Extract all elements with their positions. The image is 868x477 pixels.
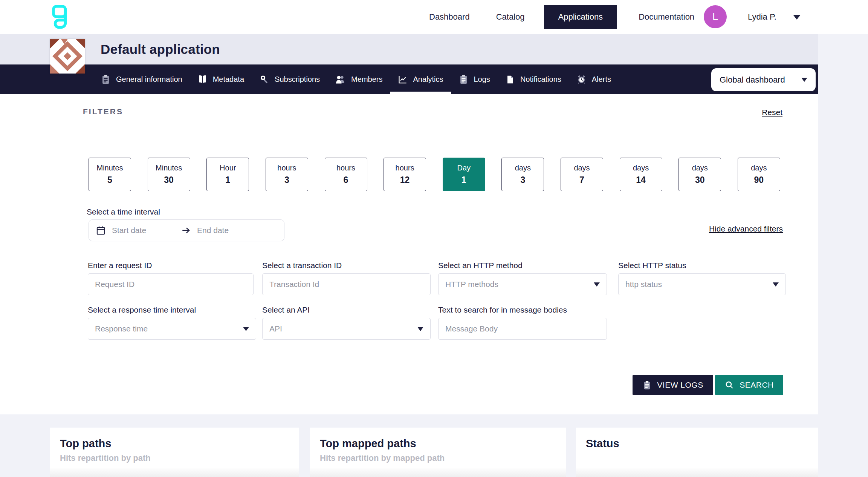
nav-dashboard[interactable]: Dashboard xyxy=(422,12,477,22)
request-id-field: Enter a request ID xyxy=(88,261,254,295)
tab-label: Logs xyxy=(474,75,490,84)
clipboard-icon xyxy=(101,74,111,84)
chevron-down-icon xyxy=(243,327,249,331)
transaction-id-input[interactable] xyxy=(262,273,431,295)
key-icon xyxy=(259,74,269,84)
page-title: Default application xyxy=(101,42,220,57)
nav-documentation[interactable]: Documentation xyxy=(632,12,701,22)
time-button-day-1[interactable]: Day1 xyxy=(443,158,485,191)
card-title: Top paths xyxy=(60,437,289,450)
tab-label: Analytics xyxy=(413,75,443,84)
application-analytics-page: Dashboard Catalog Applications Documenta… xyxy=(0,0,868,477)
tab-metadata[interactable]: Metadata xyxy=(190,64,252,94)
people-icon xyxy=(335,74,346,85)
http-status-label: Select HTTP status xyxy=(618,261,786,270)
time-button-hours-3[interactable]: hours3 xyxy=(266,158,308,191)
request-id-label: Enter a request ID xyxy=(88,261,254,270)
tab-label: Metadata xyxy=(213,75,244,84)
user-avatar[interactable]: L xyxy=(704,5,727,28)
message-body-input[interactable] xyxy=(438,318,607,340)
tab-label: Notifications xyxy=(520,75,561,84)
time-button-days-14[interactable]: days14 xyxy=(620,158,662,191)
http-method-select[interactable]: HTTP methods xyxy=(438,273,607,295)
response-time-select[interactable]: Response time xyxy=(88,318,256,340)
time-button-minutes-30[interactable]: Minutes30 xyxy=(148,158,190,191)
book-icon xyxy=(197,74,208,84)
http-status-select[interactable]: http status xyxy=(618,273,786,295)
dashboard-select-value: Global dashboard xyxy=(720,75,785,85)
alarm-clock-icon xyxy=(576,74,587,84)
clipboard-icon xyxy=(458,74,469,84)
nav-catalog[interactable]: Catalog xyxy=(489,12,532,22)
time-range-buttons: Minutes5 Minutes30 Hour1 hours3 hours6 h… xyxy=(89,158,780,191)
start-date-placeholder[interactable]: Start date xyxy=(112,226,175,235)
transaction-id-label: Select a transaction ID xyxy=(262,261,431,270)
tab-label: Members xyxy=(351,75,382,84)
filters-panel: FILTERS Reset Minutes5 Minutes30 Hour1 h… xyxy=(0,94,818,414)
top-mapped-paths-card: Top mapped paths Hits repartition by map… xyxy=(310,428,566,477)
tab-notifications[interactable]: Notifications xyxy=(498,64,569,94)
filters-heading: FILTERS xyxy=(83,107,123,116)
time-button-minutes-5[interactable]: Minutes5 xyxy=(89,158,131,191)
primary-nav: Dashboard Catalog Applications Documenta… xyxy=(422,0,714,34)
chevron-down-icon xyxy=(801,78,807,82)
search-button[interactable]: SEARCH xyxy=(715,375,783,395)
nav-applications[interactable]: Applications xyxy=(544,5,617,29)
file-icon xyxy=(505,75,515,84)
time-button-hours-6[interactable]: hours6 xyxy=(325,158,367,191)
transaction-id-field: Select a transaction ID xyxy=(262,261,431,295)
http-method-field: Select an HTTP method HTTP methods xyxy=(438,261,607,295)
application-icon xyxy=(50,39,85,74)
divider xyxy=(688,0,688,34)
api-field: Select an API API xyxy=(262,305,431,340)
card-subtitle: Hits repartition by mapped path xyxy=(320,453,556,463)
api-label: Select an API xyxy=(262,305,431,314)
view-logs-button[interactable]: VIEW LOGS xyxy=(633,375,713,395)
dashboard-cards: Top paths Hits repartition by path Top m… xyxy=(0,428,868,477)
request-id-input[interactable] xyxy=(88,273,254,295)
tab-label: General information xyxy=(116,75,182,84)
search-label: SEARCH xyxy=(740,380,774,390)
chart-line-icon xyxy=(397,74,408,84)
tab-logs[interactable]: Logs xyxy=(451,64,498,94)
message-body-field: Text to search for in message bodies xyxy=(438,305,607,340)
api-select[interactable]: API xyxy=(262,318,431,340)
time-button-days-30[interactable]: days30 xyxy=(679,158,721,191)
status-card: Status xyxy=(576,428,818,477)
time-button-hours-12[interactable]: hours12 xyxy=(384,158,426,191)
card-title: Status xyxy=(586,437,808,450)
application-tabs: General information Metadata Subscript xyxy=(0,64,818,94)
top-paths-card: Top paths Hits repartition by path xyxy=(50,428,299,477)
gravitee-logo-icon[interactable] xyxy=(51,4,74,30)
divider xyxy=(320,469,556,469)
hide-advanced-filters-link[interactable]: Hide advanced filters xyxy=(709,224,783,233)
calendar-icon xyxy=(96,225,106,236)
chevron-down-icon xyxy=(417,327,423,331)
application-header: Default application xyxy=(0,34,818,64)
tab-subscriptions[interactable]: Subscriptions xyxy=(252,64,327,94)
time-button-hour-1[interactable]: Hour1 xyxy=(206,158,249,191)
tab-alerts[interactable]: Alerts xyxy=(569,64,619,94)
clipboard-icon xyxy=(642,380,652,390)
card-title: Top mapped paths xyxy=(320,437,556,450)
time-button-days-7[interactable]: days7 xyxy=(561,158,603,191)
end-date-placeholder[interactable]: End date xyxy=(197,226,229,235)
reset-link[interactable]: Reset xyxy=(762,108,782,117)
user-name: Lydia P. xyxy=(748,0,776,34)
tab-label: Subscriptions xyxy=(275,75,320,84)
message-body-label: Text to search for in message bodies xyxy=(438,305,607,314)
response-time-label: Select a response time interval xyxy=(88,305,256,314)
top-bar: Dashboard Catalog Applications Documenta… xyxy=(0,0,868,34)
chevron-down-icon[interactable] xyxy=(793,15,801,20)
time-button-days-3[interactable]: days3 xyxy=(501,158,544,191)
time-interval-label: Select a time interval xyxy=(87,207,160,216)
tab-analytics[interactable]: Analytics xyxy=(390,64,451,94)
view-logs-label: VIEW LOGS xyxy=(657,380,703,390)
card-subtitle: Hits repartition by path xyxy=(60,453,289,463)
response-time-field: Select a response time interval Response… xyxy=(88,305,256,340)
tab-general-information[interactable]: General information xyxy=(93,64,190,94)
global-dashboard-select[interactable]: Global dashboard xyxy=(711,68,816,91)
tab-members[interactable]: Members xyxy=(327,64,390,94)
date-range-picker[interactable]: Start date End date xyxy=(89,219,284,241)
time-button-days-90[interactable]: days90 xyxy=(738,158,780,191)
